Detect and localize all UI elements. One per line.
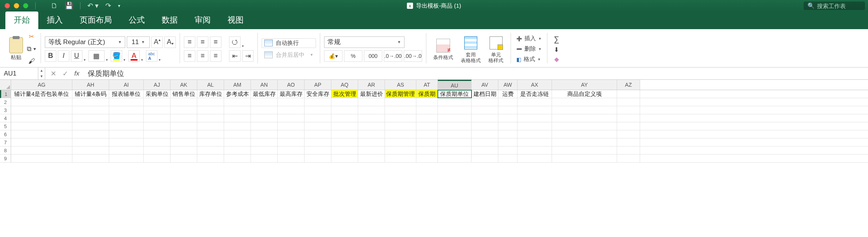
grid-cell[interactable] bbox=[416, 106, 438, 114]
grid-cell[interactable] bbox=[498, 122, 518, 130]
row-header[interactable]: 3 bbox=[0, 106, 11, 114]
grid-cell[interactable] bbox=[305, 114, 331, 122]
grid-cell[interactable] bbox=[197, 122, 224, 130]
grid-cell[interactable] bbox=[11, 106, 72, 114]
row-header[interactable]: 2 bbox=[0, 98, 11, 106]
grid-cell[interactable] bbox=[438, 98, 472, 106]
grid-cell[interactable]: 采购单位 bbox=[144, 90, 170, 98]
comma-format-icon[interactable]: 000 bbox=[364, 50, 382, 62]
grid-cell[interactable] bbox=[144, 98, 170, 106]
column-header[interactable]: AH bbox=[72, 80, 109, 90]
grid-cell[interactable] bbox=[197, 146, 224, 154]
grid-cell[interactable] bbox=[385, 130, 416, 138]
grid-cell[interactable]: 销售单位 bbox=[170, 90, 197, 98]
phonetic-button[interactable]: abcA bbox=[146, 50, 157, 62]
grid-cell[interactable] bbox=[144, 155, 170, 162]
grid-cell[interactable] bbox=[224, 122, 251, 130]
grid-cell[interactable] bbox=[518, 122, 552, 130]
column-header[interactable]: AZ bbox=[617, 80, 640, 90]
grid-cell[interactable] bbox=[224, 98, 251, 106]
grid-cell[interactable] bbox=[331, 122, 358, 130]
grid-cell[interactable] bbox=[438, 106, 472, 114]
grid-cell[interactable] bbox=[617, 114, 640, 122]
underline-button[interactable]: U bbox=[71, 50, 82, 62]
align-right-icon[interactable]: ≡ bbox=[210, 50, 221, 62]
grid-cell[interactable] bbox=[472, 146, 498, 154]
grid-cell[interactable] bbox=[251, 98, 278, 106]
grid-cell[interactable] bbox=[11, 155, 72, 162]
grid-cell[interactable] bbox=[518, 138, 552, 146]
grid-cell[interactable] bbox=[331, 106, 358, 114]
grid-cell[interactable] bbox=[617, 130, 640, 138]
align-bottom-icon[interactable]: ≡ bbox=[210, 36, 221, 48]
grid-cell[interactable]: 最高库存 bbox=[278, 90, 305, 98]
grid-cell[interactable] bbox=[358, 146, 385, 154]
orientation-icon[interactable]: ⭯ bbox=[229, 36, 241, 48]
grid-cell[interactable] bbox=[305, 130, 331, 138]
row-header[interactable]: 5 bbox=[0, 122, 11, 130]
close-window-icon[interactable] bbox=[5, 3, 10, 8]
grid-cell[interactable] bbox=[385, 138, 416, 146]
grid-cell[interactable] bbox=[617, 122, 640, 130]
grid-cell[interactable] bbox=[72, 114, 109, 122]
grid-cell[interactable] bbox=[416, 98, 438, 106]
grid-cell[interactable] bbox=[305, 98, 331, 106]
grid-cell[interactable] bbox=[197, 106, 224, 114]
grid-cell[interactable] bbox=[144, 146, 170, 154]
grid-cell[interactable] bbox=[144, 122, 170, 130]
grid-cell[interactable] bbox=[170, 130, 197, 138]
grid-cell[interactable] bbox=[224, 146, 251, 154]
tab-insert[interactable]: 插入 bbox=[38, 12, 71, 29]
grid-cell[interactable] bbox=[305, 155, 331, 162]
grid-cell[interactable] bbox=[617, 155, 640, 162]
grid-cell[interactable] bbox=[385, 114, 416, 122]
column-header[interactable]: AJ bbox=[144, 80, 170, 90]
undo-icon[interactable]: ↶ ▾ bbox=[87, 2, 98, 10]
grid-cell[interactable]: 保质期单位 bbox=[438, 90, 472, 98]
grid-cell[interactable] bbox=[278, 138, 305, 146]
grid-cell[interactable] bbox=[552, 138, 617, 146]
search-input[interactable] bbox=[817, 3, 861, 9]
conditional-formatting-button[interactable]: 条件格式 bbox=[430, 37, 456, 61]
grid-cell[interactable] bbox=[358, 122, 385, 130]
grid-cell[interactable] bbox=[11, 122, 72, 130]
tab-review[interactable]: 审阅 bbox=[186, 12, 219, 29]
grid-cell[interactable] bbox=[358, 114, 385, 122]
grid-cell[interactable] bbox=[472, 98, 498, 106]
grid-cell[interactable] bbox=[385, 155, 416, 162]
grid-cell[interactable] bbox=[144, 130, 170, 138]
grid-cell[interactable] bbox=[358, 106, 385, 114]
column-header[interactable]: AW bbox=[498, 80, 518, 90]
grid-cell[interactable] bbox=[170, 146, 197, 154]
column-header[interactable]: AO bbox=[278, 80, 305, 90]
grid-cell[interactable] bbox=[416, 146, 438, 154]
grid-cell[interactable] bbox=[72, 130, 109, 138]
cell-styles-button[interactable]: 单元 格样式 bbox=[485, 35, 507, 64]
grid-cell[interactable] bbox=[472, 122, 498, 130]
grid-cell[interactable] bbox=[416, 138, 438, 146]
qat-customize-icon[interactable]: ▾ bbox=[118, 3, 120, 8]
grid-cell[interactable] bbox=[278, 106, 305, 114]
align-middle-icon[interactable]: ≡ bbox=[197, 36, 208, 48]
grid-cell[interactable] bbox=[552, 106, 617, 114]
grid-cell[interactable] bbox=[278, 98, 305, 106]
grid-cell[interactable] bbox=[224, 106, 251, 114]
grid-cell[interactable] bbox=[617, 106, 640, 114]
grid-cell[interactable] bbox=[197, 130, 224, 138]
grid-cell[interactable] bbox=[305, 138, 331, 146]
row-header[interactable]: 1 bbox=[0, 90, 11, 98]
column-header[interactable]: AY bbox=[552, 80, 617, 90]
format-cells-button[interactable]: 格式▼ bbox=[515, 55, 543, 64]
row-header[interactable]: 4 bbox=[0, 114, 11, 122]
grid-cell[interactable] bbox=[385, 122, 416, 130]
grid-cell[interactable] bbox=[170, 155, 197, 162]
redo-icon[interactable]: ↷ bbox=[105, 2, 111, 10]
grid-cell[interactable] bbox=[552, 122, 617, 130]
grid-cell[interactable] bbox=[552, 130, 617, 138]
grid-cell[interactable] bbox=[197, 155, 224, 162]
grid-cell[interactable] bbox=[197, 138, 224, 146]
name-box[interactable]: AU1 bbox=[0, 67, 38, 79]
grid-cell[interactable] bbox=[144, 114, 170, 122]
grid-cell[interactable] bbox=[552, 114, 617, 122]
grid-cell[interactable] bbox=[617, 90, 640, 98]
